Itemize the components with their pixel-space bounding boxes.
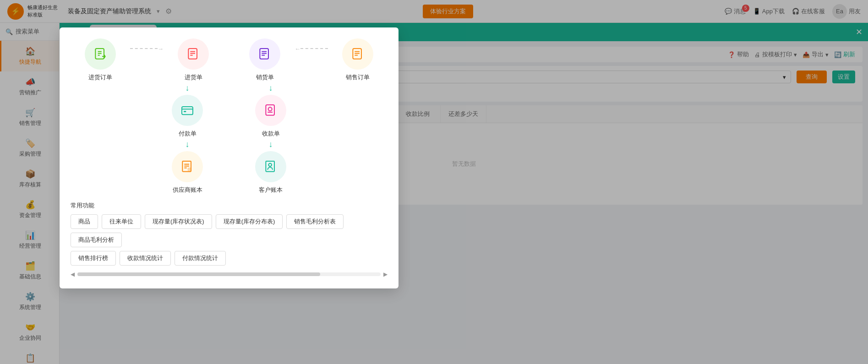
svg-rect-18 [184, 111, 186, 112]
purchase-bill-label: 进货单 [185, 73, 202, 81]
flow-purchase-order[interactable]: 进货订单 [71, 38, 130, 81]
flow-customer-ledger[interactable]: 客户账本 [241, 151, 300, 194]
purchase-order-label: 进货订单 [88, 73, 112, 81]
btn-stock-dist[interactable]: 现存量(库存分布表) [216, 214, 283, 229]
scroll-left-icon[interactable]: ◀ [71, 271, 75, 277]
modal-content: 进货订单 → 进货单 [71, 38, 388, 277]
svg-rect-19 [266, 105, 274, 115]
modal-overlay[interactable]: 进货订单 → 进货单 [0, 0, 868, 364]
btn-product-gross[interactable]: 商品毛利分析 [71, 233, 122, 247]
btn-partner[interactable]: 往来单位 [102, 214, 141, 229]
sales-order-icon [342, 38, 373, 70]
sales-bill-icon [249, 38, 280, 70]
btn-payment-stats[interactable]: 付款情况统计 [175, 251, 226, 266]
btn-receipt-stats[interactable]: 收款情况统计 [120, 251, 171, 266]
sales-bill-label: 销货单 [256, 73, 274, 81]
svg-rect-16 [182, 107, 193, 114]
common-functions-section: 常用功能 商品 往来单位 现存量(库存状况表) 现存量(库存分布表) 销售毛利分… [71, 201, 388, 266]
scrollbar-thumb [77, 272, 320, 276]
modal: 进货订单 → 进货单 [60, 27, 399, 288]
svg-point-20 [268, 107, 272, 111]
customer-ledger-icon [255, 151, 286, 182]
btn-stock-status[interactable]: 现存量(库存状况表) [145, 214, 212, 229]
flow-payment[interactable]: 付款单 [158, 95, 217, 138]
purchase-order-icon [85, 38, 116, 70]
svg-rect-26 [188, 168, 191, 171]
receipt-icon [255, 95, 286, 126]
customer-ledger-label: 客户账本 [259, 186, 283, 194]
supplier-ledger-label: 供应商账本 [173, 186, 202, 194]
supplier-ledger-icon [172, 151, 203, 182]
flow-supplier-ledger[interactable]: 供应商账本 [158, 151, 217, 194]
receipt-label: 收款单 [262, 130, 280, 138]
common-buttons-2: 销售排行榜 收款情况统计 付款情况统计 [71, 251, 388, 266]
purchase-bill-icon [178, 38, 209, 70]
scroll-right-icon[interactable]: ▶ [383, 271, 388, 277]
btn-sales-gross[interactable]: 销售毛利分析表 [286, 214, 344, 229]
common-functions-title: 常用功能 [71, 201, 388, 210]
scrollbar[interactable]: ◀ ▶ [71, 271, 388, 277]
flow-sales-bill[interactable]: 销货单 [235, 38, 295, 81]
flow-sales-order[interactable]: 销售订单 [328, 38, 388, 81]
svg-point-28 [268, 163, 272, 167]
btn-sales-rank[interactable]: 销售排行榜 [71, 251, 116, 266]
flow-purchase-bill[interactable]: 进货单 [164, 38, 223, 81]
btn-product[interactable]: 商品 [71, 214, 98, 229]
payment-icon [172, 95, 203, 126]
flow-receipt[interactable]: 收款单 [241, 95, 300, 138]
payment-label: 付款单 [179, 130, 197, 138]
sales-order-label: 销售订单 [346, 73, 370, 81]
common-buttons: 商品 往来单位 现存量(库存状况表) 现存量(库存分布表) 销售毛利分析表 商品… [71, 214, 388, 247]
scrollbar-track [77, 272, 381, 276]
